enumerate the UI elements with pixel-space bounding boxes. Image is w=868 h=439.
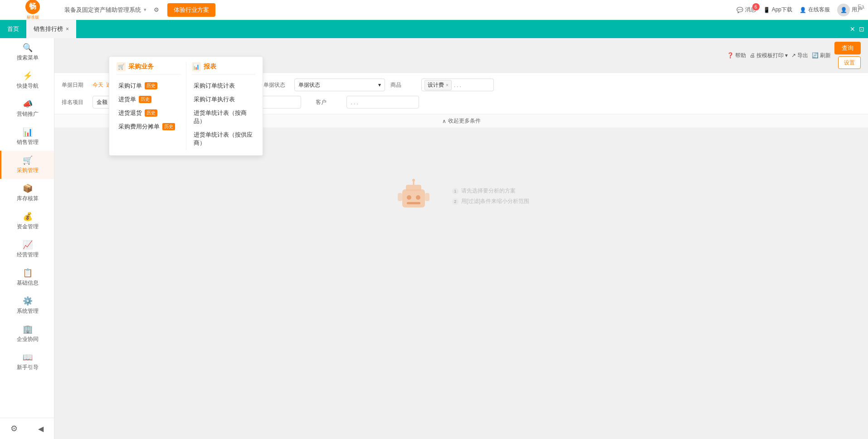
tab-close-window-icon[interactable]: ✕	[850, 25, 855, 33]
guide-icon: 📖	[23, 352, 33, 362]
online-service-label: 在线客服	[808, 6, 830, 14]
dropdown-item-po-stat[interactable]: 采购订单统计表	[192, 79, 256, 93]
return-history-badge: 历史	[145, 109, 157, 117]
tab-close-icon[interactable]: ×	[66, 26, 69, 32]
search-icon: 🔍	[23, 43, 33, 53]
doc-status-arrow: ▾	[378, 82, 381, 88]
enterprise-icon: 🏢	[23, 324, 33, 334]
help-label: 帮助	[735, 52, 746, 59]
sidebar-item-sales[interactable]: 📊 销售管理	[0, 123, 54, 151]
dropdown-item-expense[interactable]: 采购费用分摊单 历史	[117, 120, 180, 133]
print-action[interactable]: 🖨 按模板打印 ▾	[750, 52, 788, 59]
sidebar-label-system: 系统管理	[17, 307, 39, 315]
date-shortcut-today[interactable]: 今天	[93, 81, 103, 89]
basicinfo-icon: 📋	[23, 268, 33, 278]
sidebar-item-marketing[interactable]: 📣 营销推广	[0, 94, 54, 123]
system-title-area: 装备及固定资产辅助管理系统 ▾ ⚙ 体验行业方案	[60, 3, 736, 17]
logo-subtext: 标准版	[27, 15, 39, 20]
query-button[interactable]: 查询	[834, 42, 861, 54]
dropdown-columns: 🛒 采购业务 采购订单 历史 进货单 历史 进货退货 历史	[109, 62, 263, 150]
goods-filter[interactable]: 设计费 × ...	[421, 79, 494, 91]
doc-status-label: 单据状态	[263, 81, 289, 89]
goods-more-dots[interactable]: ...	[454, 81, 462, 89]
system-title: 装备及固定资产辅助管理系统	[64, 6, 141, 14]
dropdown-col-report: 📊 报表 采购订单统计表 采购订单执行表 进货单统计表（按商品） 进货单统计表（…	[188, 62, 259, 150]
finance-icon: 💰	[23, 212, 33, 222]
return-label: 进货退货	[118, 109, 142, 117]
tab-maximize-icon[interactable]: ⊡	[859, 25, 864, 33]
export-icon: ↗	[791, 52, 796, 59]
sidebar-label-basicinfo: 基础信息	[17, 279, 39, 287]
sidebar-item-operation[interactable]: 📈 经营管理	[0, 235, 54, 263]
sidebar-label-marketing: 营销推广	[17, 110, 39, 118]
doc-status-select[interactable]: 单据状态 ▾	[294, 79, 385, 91]
header-right: 💬 消息 6 📱 App下载 👤 在线客服 👤 用户 Ea	[736, 4, 863, 16]
dropdown-item-purchase-order[interactable]: 采购订单 历史	[117, 79, 180, 93]
hint-text-1: 请先选择要分析的方案	[461, 187, 516, 195]
app-download-action[interactable]: 📱 App下载	[763, 6, 792, 14]
online-service-action[interactable]: 👤 在线客服	[800, 6, 830, 14]
empty-icon	[393, 176, 434, 217]
dropdown-item-return[interactable]: 进货退货 历史	[117, 106, 180, 120]
setting-button[interactable]: 设置	[838, 56, 861, 69]
sidebar-bottom: ⚙ ◀	[0, 418, 54, 439]
sidebar-item-inventory[interactable]: 📦 库存核算	[0, 179, 54, 207]
sidebar-settings-icon[interactable]: ⚙	[10, 424, 18, 434]
sidebar-item-search[interactable]: 🔍 搜索菜单	[0, 38, 54, 66]
industry-button[interactable]: 体验行业方案	[167, 3, 215, 17]
notification-action[interactable]: 💬 消息 6	[736, 6, 756, 14]
sidebar-label-quicknav: 快捷导航	[17, 82, 39, 90]
report-col-title: 📊 报表	[192, 62, 256, 74]
sidebar-item-finance[interactable]: 💰 资金管理	[0, 207, 54, 235]
goods-tag-close[interactable]: ×	[446, 82, 449, 88]
system-settings-icon[interactable]: ⚙	[150, 4, 163, 16]
sidebar-label-search: 搜索菜单	[17, 54, 39, 62]
sales-icon: 📊	[23, 127, 33, 137]
export-action[interactable]: ↗ 导出	[791, 52, 808, 59]
sidebar-collapse-icon[interactable]: ◀	[38, 424, 44, 433]
notification-badge-count: 6	[752, 3, 760, 10]
sidebar-item-quicknav[interactable]: ⚡ 快捷导航	[0, 66, 54, 94]
sidebar-item-system[interactable]: ⚙️ 系统管理	[0, 291, 54, 320]
dropdown-item-inbound[interactable]: 进货单 历史	[117, 93, 180, 106]
print-arrow: ▾	[785, 52, 788, 59]
svg-point-8	[412, 179, 415, 182]
purchase-col-title: 🛒 采购业务	[117, 62, 180, 74]
empty-hint-2: 2 用[过滤]条件来缩小分析范围	[452, 197, 530, 205]
help-icon: ❓	[727, 52, 734, 59]
tab-sales-rank[interactable]: 销售排行榜 ×	[26, 20, 76, 38]
refresh-action[interactable]: 🔄 刷新	[812, 52, 831, 59]
purchase-col-label: 采购业务	[128, 63, 154, 71]
svg-rect-1	[406, 185, 421, 191]
po-stat-label: 采购订单统计表	[194, 82, 235, 90]
customer-filter[interactable]: ...	[346, 96, 419, 109]
purchase-col-icon: 🛒	[117, 62, 126, 71]
system-dropdown-arrow[interactable]: ▾	[144, 7, 146, 13]
expense-label: 采购费用分摊单	[118, 123, 160, 131]
dropdown-item-inbound-stat-goods[interactable]: 进货单统计表（按商品）	[192, 106, 256, 128]
refresh-label: 刷新	[820, 52, 831, 59]
tab-bar: 首页 销售排行榜 × ✕ ⊡	[0, 20, 868, 38]
dropdown-item-po-exec[interactable]: 采购订单执行表	[192, 93, 256, 106]
content-area: ❓ 帮助 🖨 按模板打印 ▾ ↗ 导出 🔄 刷新 查询 设置	[54, 38, 868, 439]
customer-more-dots: ...	[351, 98, 359, 106]
sidebar-label-inventory: 库存核算	[17, 195, 39, 202]
marketing-icon: 📣	[23, 99, 33, 109]
sidebar-item-purchase[interactable]: 🛒 采购管理	[0, 151, 54, 179]
user-avatar: 👤	[837, 4, 850, 16]
svg-rect-5	[398, 193, 402, 201]
help-action[interactable]: ❓ 帮助	[727, 52, 746, 59]
report-col-icon: 📊	[192, 62, 201, 71]
quicknav-icon: ⚡	[23, 71, 33, 81]
sidebar-item-enterprise[interactable]: 🏢 企业协同	[0, 320, 54, 348]
sidebar-label-operation: 经营管理	[17, 251, 39, 259]
dropdown-item-inbound-stat-supplier[interactable]: 进货单统计表（按供应商）	[192, 128, 256, 150]
inbound-stat-supplier-label: 进货单统计表（按供应商）	[194, 131, 254, 147]
sidebar-item-basicinfo[interactable]: 📋 基础信息	[0, 263, 54, 291]
dropdown-col-purchase: 🛒 采购业务 采购订单 历史 进货单 历史 进货退货 历史	[113, 62, 184, 150]
inbound-history-badge: 历史	[139, 96, 151, 103]
sidebar-item-guide[interactable]: 📖 新手引导	[0, 348, 54, 376]
tab-home[interactable]: 首页	[0, 20, 26, 38]
svg-rect-0	[402, 189, 425, 207]
hint-dot-1: 1	[452, 188, 458, 194]
